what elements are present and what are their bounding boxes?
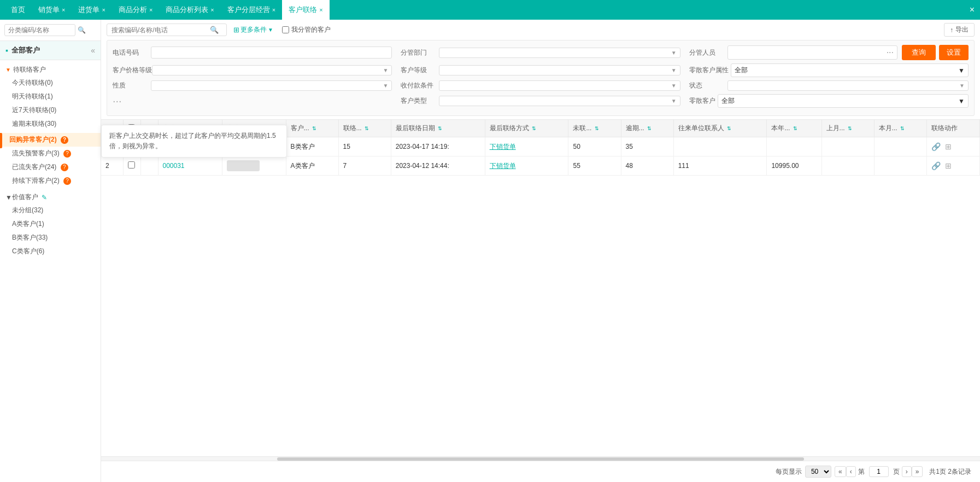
sidebar-item-churned[interactable]: 已流失客户(24) ? <box>0 160 101 174</box>
nav-product-analysis-list-close[interactable]: × <box>210 7 214 13</box>
sidebar-all-customers-header[interactable]: ▪ 全部客户 « <box>0 41 101 60</box>
sidebar-item-class-a[interactable]: A类客户(1) <box>0 217 101 231</box>
next-page-btn[interactable]: › <box>902 466 912 477</box>
col-last-contact-date[interactable]: 最后联络日期 ⇅ <box>391 120 485 137</box>
cell-method-2: 下销货单 <box>485 156 568 176</box>
more-dots-icon[interactable]: ··· <box>887 48 894 57</box>
filter-customer-grade-select[interactable]: ▼ <box>439 65 680 76</box>
sidebar-search-icon[interactable]: 🔍 <box>78 26 86 34</box>
filter-price-level: 客户价格等级 ▼ <box>113 63 392 77</box>
col-last-month[interactable]: 上月... ⇅ <box>821 120 874 137</box>
nav-product-analysis[interactable]: 商品分析 × <box>112 0 159 20</box>
filter-customer-type-select[interactable]: ▼ <box>439 96 680 106</box>
sidebar-item-7day-contact[interactable]: 近7天待联络(0) <box>0 103 101 117</box>
search-input[interactable] <box>112 26 210 34</box>
nav-product-analysis-close[interactable]: × <box>149 7 152 13</box>
action-link-icon-2[interactable]: 🔗 <box>931 161 941 170</box>
sidebar-item-overdue-contact[interactable]: 逾期未联络(30) <box>0 117 101 131</box>
filter-payment-select[interactable]: ▼ <box>439 80 680 91</box>
filter-retail-customer-select[interactable]: 全部 ▼ <box>718 94 969 108</box>
col-company-contact[interactable]: 往来单位联系人 ⇅ <box>673 120 767 137</box>
col-uncontacted[interactable]: 未联... ⇅ <box>568 120 621 137</box>
sidebar-collapse-btn[interactable]: « <box>91 46 95 55</box>
sidebar-item-repurchase-abnormal[interactable]: 回购异常客户(2) ? <box>0 133 101 147</box>
per-page-select[interactable]: 50 <box>805 466 831 478</box>
cell-company-1 <box>673 137 767 156</box>
contact-method-link-1[interactable]: 下销货单 <box>490 143 516 150</box>
more-dots2[interactable]: ··· <box>113 95 122 107</box>
nav-purchase-order[interactable]: 进货单 × <box>72 0 112 20</box>
sidebar-search-input[interactable] <box>4 24 75 36</box>
value-group-edit[interactable]: ✎ <box>42 194 47 201</box>
contact-group: ▼ 待联络客户 今天待联络(0) 明天待联络(1) 近7天待联络(0) 逾期未联… <box>0 60 101 133</box>
col-this-year[interactable]: 本年... ⇅ <box>767 120 821 137</box>
sidebar-item-today-contact[interactable]: 今天待联络(0) <box>0 76 101 90</box>
settings-btn[interactable]: 设置 <box>939 45 969 60</box>
contact-method-link-2[interactable]: 下销货单 <box>490 162 516 170</box>
last-page-btn[interactable]: » <box>912 466 923 477</box>
nav-purchase-order-close[interactable]: × <box>102 7 105 13</box>
sidebar-item-class-b[interactable]: B类客户(33) <box>0 231 101 245</box>
nav-customer-contact[interactable]: 客户联络 × <box>282 0 329 20</box>
col-this-month[interactable]: 本月... ⇅ <box>874 120 926 137</box>
cell-date-2: 2023-04-12 14:44: <box>391 156 485 176</box>
row-checkbox-2[interactable] <box>128 161 135 169</box>
cell-thismonth-2 <box>874 156 926 176</box>
cell-checkbox-2[interactable] <box>123 156 140 176</box>
action-grid-icon-1[interactable]: ⊞ <box>945 142 952 151</box>
action-grid-icon-2[interactable]: ⊞ <box>945 161 952 170</box>
sort-icon-contact: ⇅ <box>365 126 369 131</box>
contact-group-title[interactable]: ▼ 待联络客户 <box>0 62 101 76</box>
page-close-btn[interactable]: × <box>970 5 975 15</box>
filter-row1: 🔍 ⊞ 更多条件 ▼ 我分管的客户 ↑ 导出 <box>107 23 975 37</box>
more-conditions-btn[interactable]: ⊞ 更多条件 ▼ <box>233 25 273 34</box>
filter-grid-row2: 客户价格等级 ▼ 客户等级 ▼ 零散客户属性 <box>113 63 969 77</box>
action-link-icon-1[interactable]: 🔗 <box>931 142 941 151</box>
search-icon[interactable]: 🔍 <box>210 26 219 34</box>
sidebar-item-churn-warning[interactable]: 流失预警客户(3) ? <box>0 147 101 160</box>
expand-icon: ▼ <box>5 67 11 73</box>
filter-icon: ⊞ <box>233 26 239 34</box>
filter-grid-row4: ··· 客户类型 ▼ 零散客户 全部 ▼ <box>113 94 969 108</box>
nav-sales-order-close[interactable]: × <box>62 7 65 13</box>
filter-phone-input[interactable] <box>151 47 392 59</box>
filter-price-level-select[interactable]: ▼ <box>152 65 392 76</box>
sidebar-item-declining[interactable]: 持续下滑客户(2) ? <box>0 174 101 188</box>
sidebar-item-class-c[interactable]: C类客户(6) <box>0 245 101 258</box>
nav-customer-tier[interactable]: 客户分层经营 × <box>221 0 282 20</box>
page-number-input[interactable]: 1 <box>869 466 889 477</box>
prev-page-btn[interactable]: ‹ <box>846 466 856 477</box>
customer-name-blur-2 <box>227 160 260 171</box>
sidebar-item-tomorrow-contact[interactable]: 明天待联络(1) <box>0 90 101 103</box>
churn-warning-badge: ? <box>63 150 71 158</box>
filter-department-select[interactable]: ▼ <box>439 48 680 58</box>
col-contact[interactable]: 联络... ⇅ <box>338 120 391 137</box>
nav-customer-contact-close[interactable]: × <box>319 7 322 13</box>
filter-retail-customer: 零散客户 全部 ▼ <box>689 94 969 108</box>
nav-home[interactable]: 首页 <box>4 0 32 20</box>
row-actions-2: 🔗 ⊞ <box>931 161 975 170</box>
first-page-btn[interactable]: « <box>835 466 846 477</box>
horizontal-scrollbar[interactable] <box>101 456 980 461</box>
nav-customer-tier-close[interactable]: × <box>272 7 275 13</box>
nav-product-analysis-list[interactable]: 商品分析列表 × <box>159 0 220 20</box>
filter-nature-select[interactable]: ▼ <box>151 80 392 91</box>
col-last-contact-method[interactable]: 最后联络方式 ⇅ <box>485 120 568 137</box>
chevron-down-icon5: ▼ <box>383 83 388 89</box>
filter-retail-attr-select[interactable]: 全部 ▼ <box>731 63 969 77</box>
cell-lastmonth-1 <box>821 137 874 156</box>
cell-contact-2: 7 <box>338 156 391 176</box>
chevron-down-icon3: ▼ <box>671 67 677 73</box>
cell-customer-code-2[interactable]: 000031 <box>158 156 222 176</box>
query-btn[interactable]: 查询 <box>902 45 936 60</box>
my-customers-checkbox[interactable] <box>282 26 289 33</box>
export-icon: ↑ <box>950 26 953 34</box>
sidebar-item-unclassified[interactable]: 未分组(32) <box>0 204 101 217</box>
value-group-title[interactable]: ▼ 价值客户 ✎ <box>0 190 101 204</box>
col-customer-type[interactable]: 客户... ⇅ <box>286 120 338 137</box>
nav-sales-order[interactable]: 销货单 × <box>32 0 72 20</box>
col-overdue[interactable]: 逾期... ⇅ <box>621 120 673 137</box>
filter-status-select[interactable]: ▼ <box>727 80 969 91</box>
filter-person-select[interactable]: ··· <box>727 45 897 60</box>
export-btn[interactable]: ↑ 导出 <box>944 23 975 37</box>
